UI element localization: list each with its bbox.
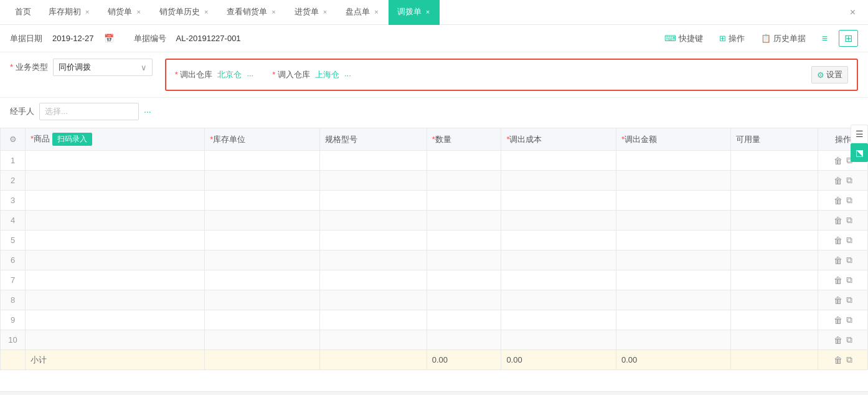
handler-select[interactable]: 选择... bbox=[39, 103, 139, 120]
row-2-delete-icon[interactable]: 🗑 bbox=[834, 176, 842, 186]
row-3-product[interactable] bbox=[26, 191, 205, 211]
row-7-spec[interactable] bbox=[319, 270, 427, 290]
calendar-icon[interactable]: 📅 bbox=[104, 34, 114, 43]
row-1-qty[interactable] bbox=[427, 151, 501, 171]
col-gear-header[interactable]: ⚙ bbox=[1, 128, 26, 151]
row-7-cost[interactable] bbox=[501, 270, 616, 290]
window-close-button[interactable]: × bbox=[844, 7, 862, 18]
row-2-unit[interactable] bbox=[205, 171, 320, 191]
row-5-product[interactable] bbox=[26, 231, 205, 250]
row-5-unit[interactable] bbox=[205, 231, 320, 250]
row-4-available[interactable] bbox=[731, 211, 818, 231]
row-2-qty[interactable] bbox=[427, 171, 501, 191]
row-2-cost[interactable] bbox=[501, 171, 616, 191]
row-8-product[interactable] bbox=[26, 290, 205, 310]
operation-button[interactable]: ⊞ 操作 bbox=[714, 31, 750, 47]
row-6-unit[interactable] bbox=[205, 250, 320, 270]
row-6-amount[interactable] bbox=[616, 250, 731, 270]
table-wrap[interactable]: ⚙ *商品 扫码录入 *库存单位 规格型号 *数量 *调出成本 *调出金额 可用… bbox=[0, 128, 868, 391]
business-type-select[interactable]: 同价调拨 ∨ bbox=[53, 59, 153, 76]
row-1-amount[interactable] bbox=[616, 151, 731, 171]
row-8-qty[interactable] bbox=[427, 290, 501, 310]
subtotal-copy-icon[interactable]: ⧉ bbox=[846, 355, 852, 365]
row-6-available[interactable] bbox=[731, 250, 818, 270]
row-5-copy-icon[interactable]: ⧉ bbox=[846, 235, 852, 245]
row-9-qty[interactable] bbox=[427, 310, 501, 330]
list-view-button[interactable]: ≡ bbox=[817, 31, 833, 47]
row-6-cost[interactable] bbox=[501, 250, 616, 270]
tab-home[interactable]: 首页 bbox=[6, 0, 40, 25]
row-5-qty[interactable] bbox=[427, 231, 501, 250]
tab-close-inventory-check[interactable]: × bbox=[373, 8, 379, 16]
row-7-available[interactable] bbox=[731, 270, 818, 290]
tab-view-sales[interactable]: 查看销货单 × bbox=[218, 0, 285, 25]
row-9-copy-icon[interactable]: ⧉ bbox=[846, 315, 852, 325]
row-4-cost[interactable] bbox=[501, 211, 616, 231]
gear-icon[interactable]: ⚙ bbox=[9, 135, 17, 144]
row-10-amount[interactable] bbox=[616, 330, 731, 350]
row-1-spec[interactable] bbox=[319, 151, 427, 171]
row-7-product[interactable] bbox=[26, 270, 205, 290]
row-9-amount[interactable] bbox=[616, 310, 731, 330]
row-3-qty[interactable] bbox=[427, 191, 501, 211]
handler-more-icon[interactable]: ··· bbox=[144, 107, 151, 117]
subtotal-delete-icon[interactable]: 🗑 bbox=[834, 355, 842, 365]
row-2-product[interactable] bbox=[26, 171, 205, 191]
row-3-delete-icon[interactable]: 🗑 bbox=[834, 196, 842, 206]
row-1-cost[interactable] bbox=[501, 151, 616, 171]
row-4-copy-icon[interactable]: ⧉ bbox=[846, 215, 852, 226]
row-2-spec[interactable] bbox=[319, 171, 427, 191]
tab-sales-order[interactable]: 销货单 × bbox=[99, 0, 150, 25]
row-6-delete-icon[interactable]: 🗑 bbox=[834, 255, 842, 265]
tab-inventory-check[interactable]: 盘点单 × bbox=[337, 0, 388, 25]
bottom-scrollbar[interactable] bbox=[0, 391, 868, 395]
row-4-delete-icon[interactable]: 🗑 bbox=[834, 216, 842, 226]
row-9-unit[interactable] bbox=[205, 310, 320, 330]
tab-transfer-order[interactable]: 调拨单 × bbox=[389, 0, 440, 25]
row-3-unit[interactable] bbox=[205, 191, 320, 211]
row-7-delete-icon[interactable]: 🗑 bbox=[834, 275, 842, 285]
row-2-amount[interactable] bbox=[616, 171, 731, 191]
row-4-unit[interactable] bbox=[205, 211, 320, 231]
row-3-spec[interactable] bbox=[319, 191, 427, 211]
row-10-spec[interactable] bbox=[319, 330, 427, 350]
row-10-unit[interactable] bbox=[205, 330, 320, 350]
row-10-product[interactable] bbox=[26, 330, 205, 350]
row-5-available[interactable] bbox=[731, 231, 818, 250]
settings-button[interactable]: ⚙ 设置 bbox=[811, 66, 848, 83]
row-8-amount[interactable] bbox=[616, 290, 731, 310]
row-8-spec[interactable] bbox=[319, 290, 427, 310]
warehouse-out-more-icon[interactable]: ··· bbox=[247, 70, 253, 80]
row-7-copy-icon[interactable]: ⧉ bbox=[846, 275, 852, 285]
row-8-cost[interactable] bbox=[501, 290, 616, 310]
tab-close-inventory-init[interactable]: × bbox=[84, 8, 90, 16]
row-2-copy-icon[interactable]: ⧉ bbox=[846, 175, 852, 186]
tab-sales-history[interactable]: 销货单历史 × bbox=[151, 0, 218, 25]
history-button[interactable]: 📋 历史单据 bbox=[756, 31, 811, 47]
row-3-amount[interactable] bbox=[616, 191, 731, 211]
row-4-spec[interactable] bbox=[319, 211, 427, 231]
row-1-delete-icon[interactable]: 🗑 bbox=[834, 156, 842, 166]
tab-close-purchase-order[interactable]: × bbox=[322, 8, 328, 16]
row-8-available[interactable] bbox=[731, 290, 818, 310]
row-6-product[interactable] bbox=[26, 250, 205, 270]
row-1-available[interactable] bbox=[731, 151, 818, 171]
tab-close-transfer-order[interactable]: × bbox=[425, 8, 431, 16]
row-5-delete-icon[interactable]: 🗑 bbox=[834, 236, 842, 245]
row-8-delete-icon[interactable]: 🗑 bbox=[834, 295, 842, 305]
row-7-qty[interactable] bbox=[427, 270, 501, 290]
row-5-spec[interactable] bbox=[319, 231, 427, 250]
row-9-spec[interactable] bbox=[319, 310, 427, 330]
row-6-copy-icon[interactable]: ⧉ bbox=[846, 255, 852, 265]
row-7-amount[interactable] bbox=[616, 270, 731, 290]
row-10-available[interactable] bbox=[731, 330, 818, 350]
row-7-unit[interactable] bbox=[205, 270, 320, 290]
row-9-delete-icon[interactable]: 🗑 bbox=[834, 315, 842, 325]
tab-close-sales-order[interactable]: × bbox=[135, 8, 141, 16]
grid-view-button[interactable]: ⊞ bbox=[839, 30, 858, 47]
row-9-available[interactable] bbox=[731, 310, 818, 330]
scan-button[interactable]: 扫码录入 bbox=[52, 133, 92, 146]
tab-purchase-order[interactable]: 进货单 × bbox=[286, 0, 337, 25]
tab-inventory-init[interactable]: 库存期初 × bbox=[40, 0, 99, 25]
shortcut-button[interactable]: ⌨ 快捷键 bbox=[659, 31, 708, 47]
